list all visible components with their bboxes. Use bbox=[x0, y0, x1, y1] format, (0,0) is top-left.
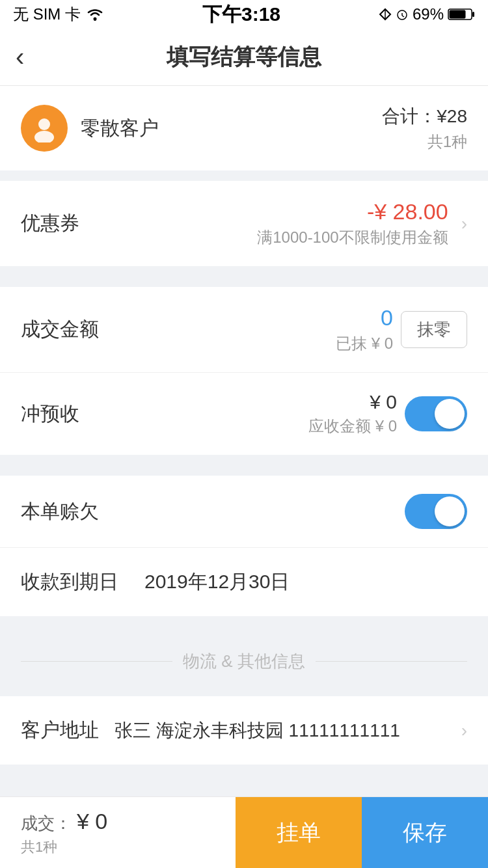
transaction-value: 0 bbox=[336, 305, 393, 331]
transaction-value-block: 0 已抹 ¥ 0 bbox=[336, 305, 393, 354]
save-button[interactable]: 保存 bbox=[362, 797, 488, 869]
transaction-section: 成交金额 0 已抹 ¥ 0 抹零 冲预收 ¥ 0 应收金额 ¥ 0 bbox=[0, 287, 488, 455]
svg-point-0 bbox=[94, 18, 97, 21]
svg-rect-6 bbox=[449, 10, 465, 19]
divider-line-left bbox=[21, 661, 172, 662]
transaction-right: 0 已抹 ¥ 0 抹零 bbox=[336, 305, 467, 354]
address-chevron: › bbox=[461, 720, 467, 741]
gap1 bbox=[0, 277, 488, 287]
status-right: 69% bbox=[379, 5, 475, 23]
debt-label: 本单赊欠 bbox=[21, 498, 99, 525]
save-label: 保存 bbox=[403, 818, 447, 848]
customer-right: 合计：¥28 共1种 bbox=[382, 104, 467, 152]
gap4 bbox=[0, 686, 488, 696]
address-value: 张三 海淀永丰科技园 11111111111 bbox=[115, 718, 456, 743]
coupon-value-block: -¥ 28.00 满1000-100不限制使用金额 bbox=[257, 199, 448, 248]
coupon-chevron: › bbox=[461, 213, 467, 234]
wifi-icon bbox=[86, 8, 104, 21]
due-date-label: 收款到期日 bbox=[21, 569, 118, 595]
back-button[interactable]: ‹ bbox=[16, 42, 24, 72]
location-icon bbox=[379, 8, 392, 21]
prepayment-right: ¥ 0 应收金额 ¥ 0 bbox=[308, 391, 467, 437]
debt-toggle-knob bbox=[435, 496, 465, 526]
coupon-value: -¥ 28.00 bbox=[257, 199, 448, 224]
page-title: 填写结算等信息 bbox=[167, 42, 321, 72]
debt-section: 本单赊欠 收款到期日 2019年12月30日 bbox=[0, 476, 488, 616]
prepayment-value: ¥ 0 bbox=[308, 391, 397, 413]
svg-line-4 bbox=[402, 16, 404, 17]
svg-point-9 bbox=[34, 131, 54, 142]
hang-button[interactable]: 挂单 bbox=[236, 797, 362, 869]
sim-status: 无 SIM 卡 bbox=[13, 4, 81, 25]
bottom-summary: 成交： ¥ 0 共1种 bbox=[0, 809, 236, 857]
summary-value: ¥ 0 bbox=[77, 809, 107, 834]
coupon-section: 优惠券 -¥ 28.00 满1000-100不限制使用金额 › bbox=[0, 181, 488, 266]
gap2 bbox=[0, 465, 488, 476]
battery-icon bbox=[448, 7, 475, 21]
status-bar: 无 SIM 卡 下午3:18 69% bbox=[0, 0, 488, 29]
transaction-sub: 已抹 ¥ 0 bbox=[336, 333, 393, 354]
prepayment-toggle[interactable] bbox=[405, 396, 467, 431]
svg-rect-7 bbox=[472, 12, 474, 17]
transaction-label: 成交金额 bbox=[21, 316, 99, 343]
address-label: 客户地址 bbox=[21, 717, 99, 744]
customer-name: 零散客户 bbox=[81, 115, 159, 142]
prepayment-label: 冲预收 bbox=[21, 401, 79, 427]
status-time: 下午3:18 bbox=[202, 1, 280, 28]
coupon-right: -¥ 28.00 满1000-100不限制使用金额 › bbox=[257, 199, 467, 248]
due-date-row: 收款到期日 2019年12月30日 bbox=[0, 548, 488, 616]
summary-title: 成交： bbox=[21, 812, 72, 835]
summary-count: 共1种 bbox=[21, 837, 215, 857]
alarm-icon bbox=[396, 8, 409, 21]
transaction-row: 成交金额 0 已抹 ¥ 0 抹零 bbox=[0, 287, 488, 373]
logistics-divider: 物流 & 其他信息 bbox=[0, 637, 488, 686]
prepayment-sub: 应收金额 ¥ 0 bbox=[308, 416, 397, 437]
prepayment-row: 冲预收 ¥ 0 应收金额 ¥ 0 bbox=[0, 373, 488, 455]
battery-percent: 69% bbox=[413, 5, 444, 23]
due-date-value: 2019年12月30日 bbox=[144, 569, 290, 595]
debt-row: 本单赊欠 bbox=[0, 476, 488, 548]
hang-label: 挂单 bbox=[277, 818, 321, 848]
logistics-label: 物流 & 其他信息 bbox=[183, 650, 305, 673]
bottom-bar: 成交： ¥ 0 共1种 挂单 保存 bbox=[0, 796, 488, 868]
customer-avatar bbox=[21, 105, 68, 152]
debt-right bbox=[405, 494, 467, 529]
debt-toggle[interactable] bbox=[405, 494, 467, 529]
customer-row: 零散客户 合计：¥28 共1种 bbox=[0, 86, 488, 170]
gap3 bbox=[0, 627, 488, 637]
customer-left: 零散客户 bbox=[21, 105, 159, 152]
coupon-label: 优惠券 bbox=[21, 210, 79, 237]
customer-total: 合计：¥28 bbox=[382, 104, 467, 129]
content: 零散客户 合计：¥28 共1种 优惠券 -¥ 28.00 满1000-100不限… bbox=[0, 86, 488, 853]
coupon-row[interactable]: 优惠券 -¥ 28.00 满1000-100不限制使用金额 › bbox=[0, 181, 488, 266]
coupon-sub: 满1000-100不限制使用金额 bbox=[257, 227, 448, 248]
round-zero-button[interactable]: 抹零 bbox=[401, 311, 467, 348]
toggle-knob bbox=[435, 399, 465, 429]
svg-point-8 bbox=[38, 118, 50, 130]
address-row[interactable]: 客户地址 张三 海淀永丰科技园 11111111111 › bbox=[0, 696, 488, 765]
status-left: 无 SIM 卡 bbox=[13, 4, 104, 25]
divider-line-right bbox=[316, 661, 467, 662]
customer-count: 共1种 bbox=[382, 131, 467, 152]
nav-bar: ‹ 填写结算等信息 bbox=[0, 29, 488, 86]
prepayment-value-block: ¥ 0 应收金额 ¥ 0 bbox=[308, 391, 397, 437]
